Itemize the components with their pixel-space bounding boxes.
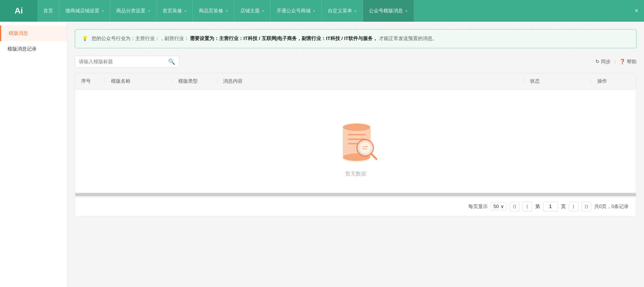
tab-shop-settings[interactable]: 微商城店铺设置× (59, 0, 110, 22)
empty-illustration (330, 112, 382, 165)
empty-state: 暂无数据 (75, 90, 636, 192)
toolbar-right: ↻ 同步 | ❓ 帮助 (595, 58, 637, 65)
tab-close-icon[interactable]: × (102, 9, 104, 13)
prev-page-button[interactable]: ⟨ (523, 202, 532, 211)
help-button[interactable]: ❓ 帮助 (619, 58, 637, 65)
search-input[interactable] (75, 56, 164, 67)
sidebar-item-template-message[interactable]: 模版消息 (0, 25, 67, 41)
svg-point-8 (360, 142, 371, 153)
help-label: 帮助 (627, 58, 637, 65)
notice-text-before: 您的公众号行业为：主营行业：，副营行业： (92, 36, 189, 41)
table-header: 序号模版名称模版类型消息内容状态操作 (75, 73, 636, 90)
notice-box: 💡 您的公众号行业为：主营行业：，副营行业： 需要设置为：主营行业：IT科技 /… (75, 29, 637, 48)
content-area: 💡 您的公众号行业为：主营行业：，副营行业： 需要设置为：主营行业：IT科技 /… (67, 22, 644, 287)
svg-point-2 (343, 123, 370, 131)
sync-button[interactable]: ↻ 同步 (595, 58, 611, 65)
help-icon: ❓ (619, 59, 625, 64)
tab-close-icon[interactable]: × (184, 9, 187, 13)
search-button[interactable]: 🔍 (164, 58, 179, 65)
next-page-button[interactable]: ⟩ (569, 202, 579, 211)
main-layout: 模版消息模版消息记录 💡 您的公众号行业为：主营行业：，副营行业： 需要设置为：… (0, 22, 644, 287)
search-input-wrap: 🔍 (75, 56, 179, 68)
top-nav: Ai 首页微商城店铺设置×商品分类设置×首页装修×商品页装修×店铺主题×开通公众… (0, 0, 644, 22)
tab-category-settings[interactable]: 商品分类设置× (110, 0, 156, 22)
sidebar: 模版消息模版消息记录 (0, 22, 67, 287)
table-header-template-type: 模版类型 (172, 78, 217, 85)
sync-icon: ↻ (595, 59, 600, 64)
sync-label: 同步 (601, 58, 611, 65)
table-header-index: 序号 (75, 78, 105, 85)
notice-text-after: 才能正常发送预置的消息。 (379, 36, 437, 41)
app-logo: Ai (0, 0, 37, 22)
table-header-status: 状态 (524, 78, 591, 85)
svg-line-9 (372, 154, 376, 159)
nav-tabs: 首页微商城店铺设置×商品分类设置×首页装修×商品页装修×店铺主题×开通公众号商城… (37, 0, 629, 22)
total-info: 共0页，0条记录 (594, 203, 629, 210)
page-number-input[interactable] (543, 202, 558, 211)
tab-close-icon[interactable]: × (148, 9, 150, 13)
page-size-label: 每页显示 (468, 203, 488, 210)
notice-highlight: 需要设置为：主营行业：IT科技 / 互联网|电子商务，副营行业：IT科技 / I… (190, 36, 378, 41)
page-label: 第 (535, 203, 540, 210)
tab-homepage-decoration[interactable]: 首页装修× (157, 0, 193, 22)
lightbulb-icon: 💡 (82, 36, 88, 41)
last-page-button[interactable]: ⟩⟩ (582, 202, 591, 211)
close-all-button[interactable]: × (629, 0, 644, 22)
pagination: 每页显示 50 ∨ ⟨⟨ ⟨ 第 页 ⟩ ⟩⟩ 共0页，0条记录 (75, 197, 636, 216)
chevron-down-icon: ∨ (500, 204, 504, 209)
table-header-action: 操作 (591, 78, 636, 85)
tab-close-icon[interactable]: × (354, 9, 357, 13)
page-size-select[interactable]: 50 ∨ (491, 202, 506, 210)
tab-close-icon[interactable]: × (262, 9, 264, 13)
first-page-button[interactable]: ⟨⟨ (510, 202, 520, 211)
tab-template-message[interactable]: 公众号模版消息× (363, 0, 414, 22)
page-size-value: 50 (493, 204, 499, 209)
table-header-message-content: 消息内容 (217, 78, 524, 85)
toolbar-divider: | (614, 59, 616, 64)
tab-close-icon[interactable]: × (405, 9, 407, 13)
horizontal-scrollbar[interactable] (75, 192, 636, 197)
tab-close-icon[interactable]: × (313, 9, 315, 13)
tab-product-decoration[interactable]: 商品页装修× (193, 0, 234, 22)
page-unit: 页 (561, 203, 566, 210)
tab-custom-menu[interactable]: 自定义菜单× (322, 0, 363, 22)
template-table: 序号模版名称模版类型消息内容状态操作 (75, 73, 637, 216)
scrollbar-thumb[interactable] (75, 193, 636, 196)
tab-store-theme[interactable]: 店铺主题× (234, 0, 271, 22)
tab-close-icon[interactable]: × (225, 9, 228, 13)
table-header-template-name: 模版名称 (105, 78, 172, 85)
empty-text: 暂无数据 (345, 171, 366, 177)
tab-home[interactable]: 首页 (37, 0, 59, 22)
search-bar: 🔍 ↻ 同步 | ❓ 帮助 (75, 56, 637, 68)
tab-open-mall[interactable]: 开通公众号商城× (271, 0, 321, 22)
sidebar-item-template-message-records[interactable]: 模版消息记录 (0, 41, 67, 57)
